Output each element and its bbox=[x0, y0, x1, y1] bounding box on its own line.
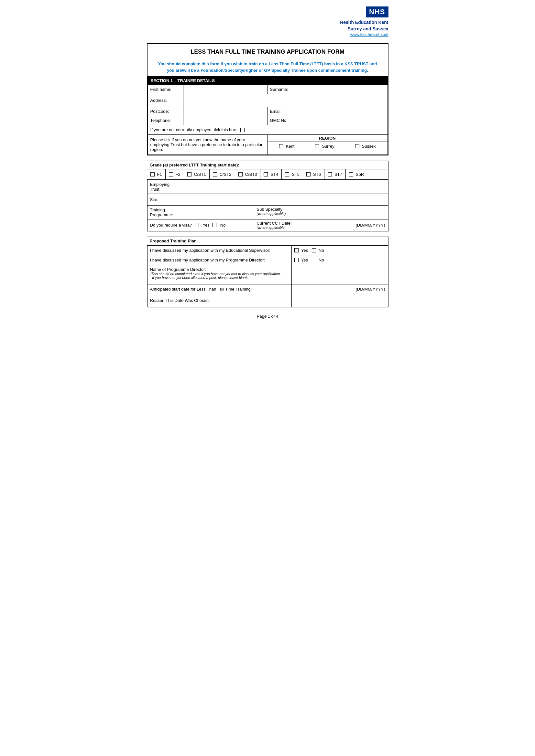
edu-yes-label: Yes bbox=[301, 248, 308, 253]
region-text: Please tick if you do not yet know the n… bbox=[151, 137, 263, 152]
visa-no-checkbox[interactable] bbox=[212, 223, 216, 227]
org-name-line2: Surrey and Sussex bbox=[147, 26, 388, 32]
grade-st5-checkbox[interactable] bbox=[285, 172, 289, 176]
surrey-option: Surrey bbox=[315, 144, 334, 149]
visa-cell: Do you require a visa? Yes No bbox=[147, 220, 254, 231]
grade-cst1: C/ST1 bbox=[184, 169, 210, 179]
grade-cst1-label: C/ST1 bbox=[194, 172, 206, 177]
employment-table: EmployingTrust: Site: TrainingProgramme:… bbox=[147, 180, 388, 231]
edu-no-checkbox[interactable] bbox=[312, 248, 316, 253]
employing-trust-value[interactable] bbox=[183, 180, 388, 194]
grade-cst1-checkbox[interactable] bbox=[187, 172, 191, 176]
surrey-checkbox[interactable] bbox=[315, 144, 319, 148]
pd-no-item: No bbox=[312, 257, 324, 262]
region-options: Kent Surrey Sussex bbox=[268, 142, 387, 150]
programme-director-yes-no: Yes No bbox=[292, 255, 388, 265]
grade-cst2-checkbox[interactable] bbox=[213, 172, 217, 176]
pd-yes-checkbox[interactable] bbox=[294, 258, 298, 262]
training-plan-section: Proposed Training Plan I have discussed … bbox=[147, 237, 388, 308]
region-row: Please tick if you do not yet know the n… bbox=[148, 135, 387, 155]
page-footer: Page 1 of 4 bbox=[147, 314, 388, 319]
cct-label: Current CCT Date: bbox=[257, 221, 294, 226]
surname-label: Surname: bbox=[267, 85, 303, 94]
training-programme-row: TrainingProgramme: Sub Specialty: (where… bbox=[147, 205, 388, 220]
grade-cst3: C/ST3 bbox=[235, 169, 261, 179]
address-label: Address: bbox=[148, 94, 183, 107]
page-info: Page 1 of 4 bbox=[257, 314, 278, 319]
form-title: LESS THAN FULL TIME TRAINING APPLICATION… bbox=[148, 44, 388, 58]
postcode-label: Postcode: bbox=[148, 107, 183, 116]
grade-st4-label: ST4 bbox=[270, 172, 278, 177]
cct-value[interactable]: (DD/MM/YYYY) bbox=[296, 220, 388, 231]
application-form: LESS THAN FULL TIME TRAINING APPLICATION… bbox=[147, 43, 388, 155]
nhs-header: NHS bbox=[147, 7, 388, 17]
email-value[interactable] bbox=[303, 107, 387, 116]
pd-yes-label: Yes bbox=[301, 257, 308, 262]
sub-specialty-value[interactable] bbox=[296, 205, 388, 220]
grade-cst2-label: C/ST2 bbox=[220, 172, 232, 177]
grade-st4: ST4 bbox=[260, 169, 282, 179]
grade-spr-label: SpR bbox=[356, 172, 364, 177]
grade-cst3-checkbox[interactable] bbox=[239, 172, 242, 176]
sub-specialty-label-cell: Sub Specialty: (where applicable) bbox=[254, 205, 296, 220]
pd-no-label: No bbox=[319, 257, 324, 262]
grade-checkboxes: F1 F2 C/ST1 C/ST2 C/ST3 ST4 ST5 ST6 bbox=[147, 169, 388, 180]
sub-specialty-note: (where applicable) bbox=[257, 212, 294, 216]
pd-yes-item: Yes bbox=[294, 257, 308, 262]
pd-no-checkbox[interactable] bbox=[312, 258, 316, 262]
grade-st5-label: ST5 bbox=[292, 172, 299, 177]
telephone-label: Telephone: bbox=[148, 116, 183, 125]
visa-yes-checkbox[interactable] bbox=[195, 223, 199, 227]
training-programme-value[interactable] bbox=[183, 205, 254, 220]
sussex-option: Sussex bbox=[355, 144, 376, 149]
grade-st7: ST7 bbox=[324, 169, 346, 179]
kent-checkbox[interactable] bbox=[279, 144, 283, 148]
anticipated-start-format: (DD/MM/YYYY) bbox=[356, 287, 385, 291]
telephone-row: Telephone: GMC No: bbox=[148, 116, 387, 125]
not-employed-text: If you are not currently employed, tick … bbox=[151, 127, 237, 132]
form-subtitle: You should complete this form if you wis… bbox=[148, 58, 388, 77]
grade-st7-checkbox[interactable] bbox=[328, 172, 332, 176]
address-value[interactable] bbox=[183, 94, 387, 107]
educational-supervisor-yes-no: Yes No bbox=[292, 246, 388, 255]
grade-section: Grade (at preferred LTFT Training start … bbox=[147, 161, 388, 231]
site-value[interactable] bbox=[183, 194, 388, 205]
org-url: www.kss.hee.nhs.uk bbox=[147, 32, 388, 37]
postcode-value[interactable] bbox=[183, 107, 267, 116]
cct-note: (where applicable bbox=[257, 226, 294, 230]
grade-f1-label: F1 bbox=[157, 172, 162, 177]
region-options-cell: REGION Kent Surrey Sussex bbox=[267, 135, 387, 155]
training-plan-table: I have discussed my application with my … bbox=[147, 245, 388, 307]
sussex-label: Sussex bbox=[362, 144, 376, 149]
grade-f1-checkbox[interactable] bbox=[151, 172, 155, 176]
kent-option: Kent bbox=[279, 144, 295, 149]
not-employed-row: If you are not currently employed, tick … bbox=[148, 125, 387, 135]
first-name-value[interactable] bbox=[183, 85, 267, 94]
grade-spr-checkbox[interactable] bbox=[349, 172, 353, 176]
edu-yes-checkbox[interactable] bbox=[294, 248, 298, 253]
gmc-label: GMC No: bbox=[267, 116, 303, 125]
address-row: Address: bbox=[148, 94, 387, 107]
prog-director-name-row: Name of Programme Director: -This should… bbox=[147, 265, 388, 284]
grade-st6: ST6 bbox=[303, 169, 324, 179]
prog-director-name-note2: - If you have not yet been allocated a p… bbox=[150, 276, 289, 280]
grade-f2: F2 bbox=[166, 169, 184, 179]
reason-value[interactable] bbox=[292, 294, 388, 307]
grade-st4-checkbox[interactable] bbox=[264, 172, 268, 176]
prog-director-name-value[interactable] bbox=[292, 265, 388, 284]
telephone-value[interactable] bbox=[183, 116, 267, 125]
gmc-value[interactable] bbox=[303, 116, 387, 125]
anticipated-start-suffix: date for Less Than Full Time Training: bbox=[180, 287, 252, 291]
sussex-checkbox[interactable] bbox=[355, 144, 359, 148]
surname-value[interactable] bbox=[303, 85, 387, 94]
not-employed-checkbox[interactable] bbox=[240, 128, 244, 132]
reason-row: Reason This Date Was Chosen: bbox=[147, 294, 388, 307]
anticipated-start-value[interactable]: (DD/MM/YYYY) bbox=[292, 284, 388, 294]
grade-st6-checkbox[interactable] bbox=[306, 172, 311, 176]
trainee-details-table: First name: Surname: Address: Postcode: … bbox=[148, 85, 388, 155]
grade-f2-label: F2 bbox=[176, 172, 181, 177]
employing-trust-label: EmployingTrust: bbox=[147, 180, 183, 194]
grade-header: Grade (at preferred LTFT Training start … bbox=[147, 161, 388, 169]
grade-f2-checkbox[interactable] bbox=[169, 172, 173, 176]
section1-header: SECTION 1 – TRAINEE DETAILS bbox=[148, 77, 388, 85]
